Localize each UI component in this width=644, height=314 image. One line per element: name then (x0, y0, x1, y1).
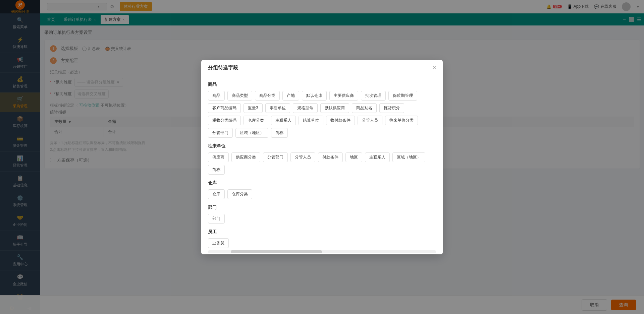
field-tag[interactable]: 地区 (345, 152, 362, 162)
dialog-body: 商品 商品 商品类型 商品分类 产地 默认仓库 主要供应商 批次管理 保质期管理… (201, 76, 443, 249)
field-tag[interactable]: 主要供应商 (329, 91, 358, 101)
field-tag[interactable]: 主联系人 (271, 116, 296, 125)
field-tag[interactable]: 付款条件 (318, 152, 343, 162)
dialog-hscroll (201, 249, 443, 254)
section-employee-title: 员工 (208, 229, 436, 235)
field-tag[interactable]: 供应商分类 (231, 152, 260, 162)
section-dept-tags: 部门 (208, 214, 436, 224)
field-tag[interactable]: 保质期管理 (388, 91, 417, 101)
field-tag[interactable]: 收付款条件 (326, 116, 355, 125)
field-tag[interactable]: 分管人员 (290, 152, 315, 162)
field-tag[interactable]: 税收分类编码 (208, 116, 241, 125)
field-tag[interactable]: 分管部门 (208, 128, 233, 138)
section-warehouse-title: 仓库 (208, 180, 436, 186)
field-tag[interactable]: 区域（地区） (392, 152, 425, 162)
section-partner-title: 往来单位 (208, 143, 436, 149)
field-tag[interactable]: 规格型号 (293, 103, 318, 113)
field-tag[interactable]: 供应商 (208, 152, 229, 162)
section-dept: 部门 部门 (208, 204, 436, 224)
horizontal-scrollbar[interactable] (208, 250, 436, 253)
section-partner: 往来单位 供应商 供应商分类 分管部门 分管人员 付款条件 地区 主联系人 区域… (208, 143, 436, 175)
section-goods-title: 商品 (208, 81, 436, 87)
field-tag[interactable]: 零售单位 (265, 103, 290, 113)
field-tag[interactable]: 区域（地区） (235, 128, 268, 138)
field-tag[interactable]: 结算单位 (299, 116, 323, 125)
field-tag[interactable]: 拣货积分 (379, 103, 404, 113)
field-tag[interactable]: 往来单位分类 (385, 116, 418, 125)
field-tag[interactable]: 客户商品编码 (208, 103, 241, 113)
section-warehouse-tags: 仓库 仓库分类 (208, 189, 436, 199)
section-goods-tags: 商品 商品类型 商品分类 产地 默认仓库 主要供应商 批次管理 保质期管理 客户… (208, 91, 436, 138)
field-tag[interactable]: 主联系人 (365, 152, 390, 162)
section-employee-tags: 业务员 (208, 238, 436, 248)
field-tag[interactable]: 仓库分类 (244, 116, 268, 125)
dialog-close-icon[interactable]: × (433, 65, 436, 71)
section-partner-tags: 供应商 供应商分类 分管部门 分管人员 付款条件 地区 主联系人 区域（地区） … (208, 152, 436, 175)
field-tag[interactable]: 部门 (208, 214, 225, 224)
field-tag[interactable]: 商品类型 (227, 91, 252, 101)
field-tag[interactable]: 商品别名 (352, 103, 377, 113)
field-tag[interactable]: 默认供应商 (320, 103, 349, 113)
field-tag[interactable]: 批次管理 (361, 91, 386, 101)
section-goods: 商品 商品 商品类型 商品分类 产地 默认仓库 主要供应商 批次管理 保质期管理… (208, 81, 436, 138)
field-tag[interactable]: 分管部门 (263, 152, 288, 162)
dialog: 分组待选字段 × 商品 商品 商品类型 商品分类 产地 默认仓库 主要供应商 批… (201, 60, 443, 254)
horizontal-scrollbar-thumb (231, 250, 322, 253)
field-tag[interactable]: 简称 (208, 165, 225, 175)
section-employee: 员工 业务员 (208, 229, 436, 248)
field-tag[interactable]: 仓库分类 (227, 189, 252, 199)
section-warehouse: 仓库 仓库 仓库分类 (208, 180, 436, 199)
field-tag[interactable]: 商品 (208, 91, 225, 101)
field-tag[interactable]: 产地 (282, 91, 299, 101)
field-tag[interactable]: 分管人员 (358, 116, 382, 125)
field-tag[interactable]: 重量3 (244, 103, 263, 113)
field-tag[interactable]: 仓库 (208, 189, 225, 199)
field-tag[interactable]: 商品分类 (255, 91, 280, 101)
dialog-overlay: 分组待选字段 × 商品 商品 商品类型 商品分类 产地 默认仓库 主要供应商 批… (0, 0, 644, 314)
field-tag[interactable]: 默认仓库 (302, 91, 327, 101)
dialog-title: 分组待选字段 (208, 65, 238, 71)
field-tag[interactable]: 业务员 (208, 238, 229, 248)
dialog-header: 分组待选字段 × (201, 60, 443, 76)
section-dept-title: 部门 (208, 204, 436, 210)
field-tag[interactable]: 简称 (271, 128, 288, 138)
